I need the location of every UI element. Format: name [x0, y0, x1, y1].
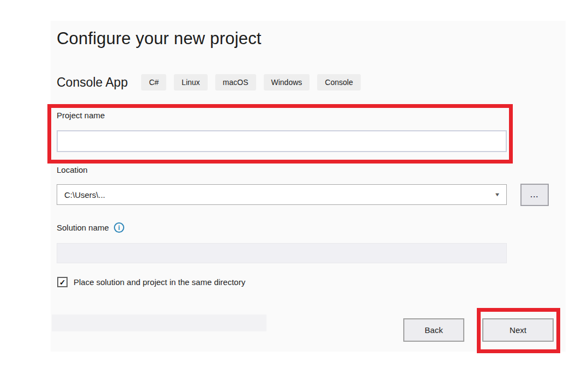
page-title: Configure your new project	[57, 29, 262, 49]
template-info-row: Console App C# Linux macOS Windows Conso…	[57, 74, 361, 91]
project-name-input[interactable]	[57, 130, 507, 152]
template-name: Console App	[57, 75, 128, 90]
status-bar	[52, 314, 266, 331]
same-directory-label: Place solution and project in the same d…	[74, 277, 245, 287]
screen: Configure your new project Console App C…	[0, 0, 588, 369]
tag-windows: Windows	[264, 74, 310, 90]
location-value: C:\Users\...	[64, 190, 105, 199]
same-directory-row: ✓ Place solution and project in the same…	[57, 277, 245, 287]
tag-console: Console	[317, 74, 360, 90]
info-icon[interactable]: i	[114, 222, 124, 233]
same-directory-checkbox[interactable]: ✓	[57, 277, 68, 287]
location-combobox[interactable]: C:\Users\... ▼	[57, 184, 507, 205]
browse-location-button[interactable]: ...	[520, 184, 549, 206]
solution-name-label-row: Solution name i	[57, 222, 124, 233]
project-name-label: Project name	[57, 111, 105, 120]
solution-name-input	[57, 243, 507, 263]
solution-name-label: Solution name	[57, 223, 109, 232]
tag-macos: macOS	[215, 74, 256, 90]
back-button[interactable]: Back	[403, 318, 464, 342]
chevron-down-icon: ▼	[494, 192, 501, 197]
tag-linux: Linux	[174, 74, 207, 90]
next-button[interactable]: Next	[482, 318, 554, 342]
tag-csharp: C#	[141, 74, 166, 90]
location-label: Location	[57, 165, 88, 174]
